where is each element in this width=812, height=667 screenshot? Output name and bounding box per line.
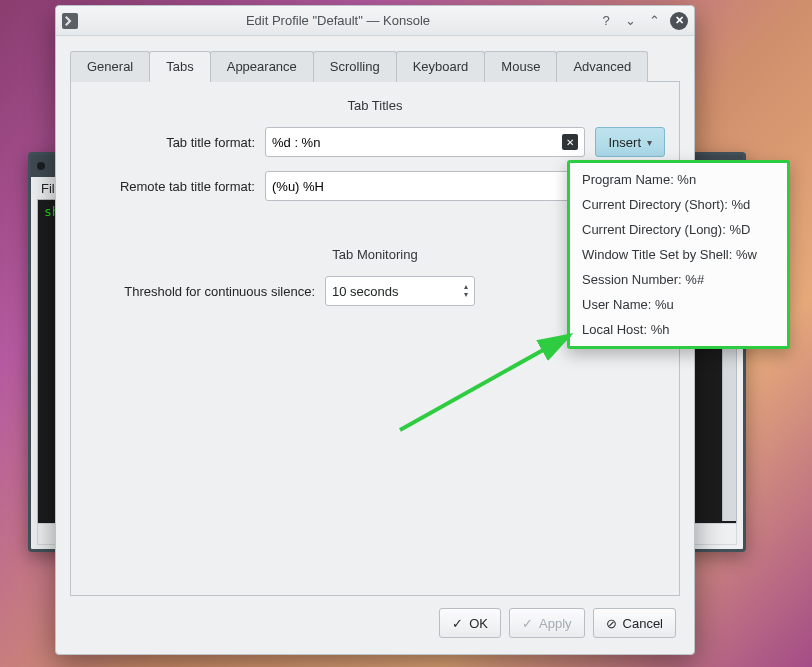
tab-tabs[interactable]: Tabs xyxy=(149,51,210,82)
tab-title-format-input[interactable] xyxy=(272,135,562,150)
insert-button-label: Insert xyxy=(608,135,641,150)
label-tab-title-format: Tab title format: xyxy=(85,135,255,150)
apply-button-label: Apply xyxy=(539,616,572,631)
chevron-down-icon[interactable]: ⌄ xyxy=(622,13,638,29)
dropdown-item-local-host[interactable]: Local Host: %h xyxy=(570,317,787,342)
label-silence-threshold: Threshold for continuous silence: xyxy=(85,284,315,299)
konsole-app-icon xyxy=(62,13,78,29)
help-icon[interactable]: ? xyxy=(598,13,614,29)
apply-button[interactable]: ✓ Apply xyxy=(509,608,585,638)
tab-keyboard[interactable]: Keyboard xyxy=(396,51,486,82)
tab-scrolling[interactable]: Scrolling xyxy=(313,51,397,82)
app-icon xyxy=(37,162,45,170)
check-icon: ✓ xyxy=(522,616,533,631)
tab-advanced[interactable]: Advanced xyxy=(556,51,648,82)
insert-button[interactable]: Insert ▾ xyxy=(595,127,665,157)
silence-threshold-value: 10 seconds xyxy=(332,284,464,299)
clear-icon[interactable]: ✕ xyxy=(562,134,578,150)
cancel-icon: ⊘ xyxy=(606,616,617,631)
dialog-button-row: ✓ OK ✓ Apply ⊘ Cancel xyxy=(70,596,680,644)
dropdown-item-current-dir-long[interactable]: Current Directory (Long): %D xyxy=(570,217,787,242)
label-remote-tab-title-format: Remote tab title format: xyxy=(85,179,255,194)
dropdown-item-program-name[interactable]: Program Name: %n xyxy=(570,167,787,192)
spin-down-icon[interactable]: ▾ xyxy=(464,291,468,299)
cancel-button-label: Cancel xyxy=(623,616,663,631)
cancel-button[interactable]: ⊘ Cancel xyxy=(593,608,676,638)
section-tab-titles-heading: Tab Titles xyxy=(85,98,665,113)
chevron-down-icon: ▾ xyxy=(647,137,652,148)
dropdown-item-user-name[interactable]: User Name: %u xyxy=(570,292,787,317)
chevron-up-icon[interactable]: ⌃ xyxy=(646,13,662,29)
close-icon[interactable]: ✕ xyxy=(670,12,688,30)
insert-dropdown-menu[interactable]: Program Name: %n Current Directory (Shor… xyxy=(567,160,790,349)
tab-general[interactable]: General xyxy=(70,51,150,82)
ok-button[interactable]: ✓ OK xyxy=(439,608,501,638)
spinbox-arrows[interactable]: ▴ ▾ xyxy=(464,283,468,299)
silence-threshold-spinbox[interactable]: 10 seconds ▴ ▾ xyxy=(325,276,475,306)
tab-mouse[interactable]: Mouse xyxy=(484,51,557,82)
dropdown-item-window-title[interactable]: Window Title Set by Shell: %w xyxy=(570,242,787,267)
check-icon: ✓ xyxy=(452,616,463,631)
dialog-title: Edit Profile "Default" — Konsole xyxy=(86,13,590,28)
ok-button-label: OK xyxy=(469,616,488,631)
dropdown-item-current-dir-short[interactable]: Current Directory (Short): %d xyxy=(570,192,787,217)
tab-title-format-input-wrap[interactable]: ✕ xyxy=(265,127,585,157)
dialog-titlebar[interactable]: Edit Profile "Default" — Konsole ? ⌄ ⌃ ✕ xyxy=(56,6,694,36)
tabbar: General Tabs Appearance Scrolling Keyboa… xyxy=(70,50,680,82)
dropdown-item-session-number[interactable]: Session Number: %# xyxy=(570,267,787,292)
tab-appearance[interactable]: Appearance xyxy=(210,51,314,82)
row-tab-title-format: Tab title format: ✕ Insert ▾ xyxy=(85,127,665,157)
